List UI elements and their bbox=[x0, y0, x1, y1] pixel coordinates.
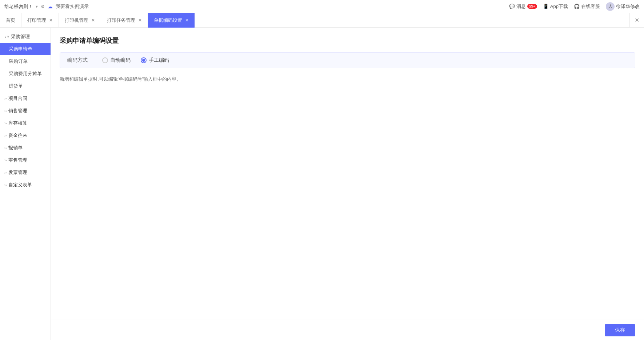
content-area: 采购申请单编码设置 编码方式 自动编码 手工编码 新增和编辑单据时,可以编辑'单… bbox=[51, 28, 644, 340]
top-bar-title: 给老板勿删！ bbox=[4, 3, 33, 10]
username-label: 徐泽华修改 bbox=[616, 3, 640, 10]
sidebar-group-purchase-management[interactable]: ∨ 采购管理 bbox=[0, 31, 51, 43]
radio-manual-code-circle bbox=[141, 57, 147, 63]
message-label: 消息 bbox=[516, 3, 526, 10]
bottom-bar: 保存 bbox=[51, 320, 644, 340]
settings-icon[interactable]: ⚙ bbox=[41, 4, 45, 9]
tab-print-task-management[interactable]: 打印任务管理 ✕ bbox=[101, 13, 148, 28]
sidebar-group-purchase-management-label: 采购管理 bbox=[11, 33, 30, 40]
demo-link[interactable]: 我要看实例演示 bbox=[56, 3, 89, 10]
arrow-icon-4: › bbox=[4, 121, 7, 125]
page-content: 采购申请单编码设置 编码方式 自动编码 手工编码 新增和编辑单据时,可以编辑'单… bbox=[51, 28, 644, 320]
arrow-icon-5: › bbox=[4, 134, 7, 138]
tab-printer-management-close[interactable]: ✕ bbox=[91, 18, 95, 23]
tab-home[interactable]: 首页 bbox=[0, 13, 21, 28]
sidebar-group-expense-claim-label: 报销单 bbox=[8, 145, 23, 151]
user-profile-button[interactable]: 人 徐泽华修改 bbox=[606, 2, 640, 11]
message-badge: 99+ bbox=[527, 4, 537, 9]
encoding-label: 编码方式 bbox=[67, 57, 88, 64]
tab-printer-management[interactable]: 打印机管理 ✕ bbox=[59, 13, 101, 28]
page-close-button[interactable]: ✕ bbox=[629, 13, 644, 28]
sidebar-group-invoice[interactable]: › 发票管理 bbox=[0, 166, 51, 179]
app-download-button[interactable]: 📱 App下载 bbox=[543, 3, 568, 10]
customer-service-label: 在线客服 bbox=[581, 3, 600, 10]
sidebar-group-project-contract[interactable]: › 项目合同 bbox=[0, 92, 51, 105]
radio-manual-code-label: 手工编码 bbox=[149, 57, 169, 64]
app-download-icon: 📱 bbox=[543, 4, 549, 9]
message-icon: 💬 bbox=[509, 4, 515, 9]
tab-printer-management-label: 打印机管理 bbox=[65, 17, 88, 24]
arrow-icon-6: › bbox=[4, 146, 7, 150]
radio-manual-code[interactable]: 手工编码 bbox=[141, 57, 169, 64]
tab-print-management[interactable]: 打印管理 ✕ bbox=[21, 13, 59, 28]
sidebar-group-invoice-label: 发票管理 bbox=[8, 169, 27, 176]
sidebar-item-purchase-request[interactable]: 采购申请单 bbox=[0, 43, 51, 55]
sidebar-group-sales-management-label: 销售管理 bbox=[8, 108, 27, 114]
tab-print-management-label: 打印管理 bbox=[27, 17, 46, 24]
radio-group-encoding: 自动编码 手工编码 bbox=[102, 57, 169, 64]
sidebar-group-custom-form[interactable]: › 自定义表单 bbox=[0, 179, 51, 191]
sidebar-group-inventory-label: 库存核算 bbox=[8, 120, 27, 126]
tab-encoding-settings-label: 单据编码设置 bbox=[154, 17, 182, 24]
sidebar-item-purchase-request-label: 采购申请单 bbox=[9, 46, 32, 52]
arrow-icon: ∨ bbox=[4, 35, 9, 39]
top-bar-right: 💬 消息 99+ 📱 App下载 🎧 在线客服 人 徐泽华修改 bbox=[509, 2, 640, 11]
dropdown-icon[interactable]: ▾ bbox=[36, 4, 38, 9]
tab-home-label: 首页 bbox=[6, 17, 15, 24]
arrow-icon-8: › bbox=[4, 171, 7, 175]
sidebar-group-finance[interactable]: › 资金往来 bbox=[0, 129, 51, 142]
sidebar-group-retail-label: 零售管理 bbox=[8, 157, 27, 163]
sidebar-item-goods-receipt-label: 进货单 bbox=[9, 83, 23, 89]
page-title: 采购申请单编码设置 bbox=[60, 36, 635, 45]
tab-encoding-settings[interactable]: 单据编码设置 ✕ bbox=[148, 13, 195, 28]
tab-encoding-settings-close[interactable]: ✕ bbox=[185, 18, 189, 23]
tab-bar: 首页 打印管理 ✕ 打印机管理 ✕ 打印任务管理 ✕ 单据编码设置 ✕ ✕ bbox=[0, 13, 644, 28]
sidebar-item-purchase-expense-label: 采购费用分摊单 bbox=[9, 71, 42, 76]
tab-print-management-close[interactable]: ✕ bbox=[49, 18, 53, 23]
encoding-row: 编码方式 自动编码 手工编码 bbox=[60, 52, 635, 68]
sidebar-item-goods-receipt[interactable]: 进货单 bbox=[0, 80, 51, 92]
tab-print-task-management-label: 打印任务管理 bbox=[107, 17, 135, 24]
description-text: 新增和编辑单据时,可以编辑'单据编码号'输入框中的内容。 bbox=[60, 76, 635, 83]
sidebar-item-purchase-expense[interactable]: 采购费用分摊单 bbox=[0, 68, 51, 80]
avatar: 人 bbox=[606, 2, 615, 11]
headset-icon: 🎧 bbox=[574, 4, 580, 9]
radio-auto-code-circle bbox=[102, 57, 108, 63]
main-layout: ∨ 采购管理 采购申请单 采购订单 采购费用分摊单 进货单 › 项目合同 › 销… bbox=[0, 28, 644, 340]
arrow-icon-2: › bbox=[4, 97, 7, 101]
save-button[interactable]: 保存 bbox=[605, 324, 635, 336]
app-download-label: App下载 bbox=[550, 3, 568, 10]
sidebar-group-sales-management[interactable]: › 销售管理 bbox=[0, 105, 51, 117]
sidebar: ∨ 采购管理 采购申请单 采购订单 采购费用分摊单 进货单 › 项目合同 › 销… bbox=[0, 28, 51, 340]
cloud-icon: ☁ bbox=[48, 4, 53, 9]
sidebar-item-purchase-order[interactable]: 采购订单 bbox=[0, 55, 51, 68]
customer-service-button[interactable]: 🎧 在线客服 bbox=[574, 3, 600, 10]
sidebar-group-finance-label: 资金往来 bbox=[8, 132, 27, 139]
top-bar: 给老板勿删！ ▾ ⚙ ☁ 我要看实例演示 💬 消息 99+ 📱 App下载 🎧 … bbox=[0, 0, 644, 13]
sidebar-group-custom-form-label: 自定义表单 bbox=[8, 182, 32, 188]
sidebar-group-project-contract-label: 项目合同 bbox=[8, 95, 27, 102]
sidebar-item-purchase-order-label: 采购订单 bbox=[9, 58, 28, 64]
sidebar-group-expense-claim[interactable]: › 报销单 bbox=[0, 142, 51, 154]
top-bar-left: 给老板勿删！ ▾ ⚙ ☁ 我要看实例演示 bbox=[4, 3, 89, 10]
sidebar-group-inventory[interactable]: › 库存核算 bbox=[0, 117, 51, 129]
arrow-icon-9: › bbox=[4, 183, 7, 187]
arrow-icon-3: › bbox=[4, 109, 7, 113]
radio-auto-code[interactable]: 自动编码 bbox=[102, 57, 131, 64]
message-button[interactable]: 💬 消息 99+ bbox=[509, 3, 537, 10]
sidebar-group-retail[interactable]: › 零售管理 bbox=[0, 154, 51, 166]
arrow-icon-7: › bbox=[4, 158, 7, 162]
tab-print-task-management-close[interactable]: ✕ bbox=[138, 18, 142, 23]
radio-auto-code-label: 自动编码 bbox=[110, 57, 131, 64]
